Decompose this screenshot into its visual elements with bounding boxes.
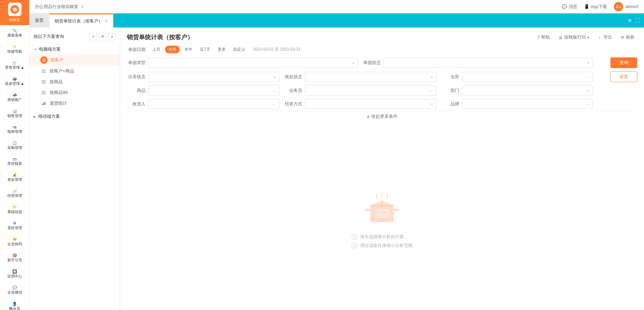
svg-rect-12 bbox=[43, 103, 44, 105]
warehouse-input[interactable]: ··· bbox=[462, 72, 593, 82]
shortcut-last-month[interactable]: 上月 bbox=[150, 46, 163, 53]
sidebar-item-operations[interactable]: 📈 经营管理 bbox=[0, 186, 29, 202]
message-label: 消息 bbox=[569, 4, 577, 10]
user-area[interactable]: Ea demo2 bbox=[614, 2, 639, 11]
payment-method-field: 结算方式 ▾ bbox=[283, 99, 436, 109]
sidebar-item-label: 销售管理 bbox=[7, 113, 22, 118]
query-button[interactable]: 查询 bbox=[610, 57, 637, 68]
out-status-select[interactable]: ▾ bbox=[148, 72, 279, 82]
department-select[interactable]: ▾ bbox=[462, 86, 593, 96]
sidebar-item-procurement[interactable]: 📋 采购管理 bbox=[0, 138, 29, 154]
sidebar-item-inventory[interactable]: 🗃 库存核算 bbox=[0, 154, 29, 169]
scheme-by-goods[interactable]: 按商品 bbox=[30, 76, 120, 87]
user-initials: Ea bbox=[616, 4, 621, 9]
export-button[interactable]: → 导出 bbox=[595, 33, 615, 42]
refresh-scheme-button[interactable]: ⟳ bbox=[99, 33, 106, 40]
filter-date-row: 单据日期 上月 本月 本年 近7天 更多 自定义 2023-03-01 至 20… bbox=[127, 46, 637, 53]
help-label: 帮助 bbox=[541, 34, 550, 40]
scheme-icon bbox=[40, 100, 47, 107]
procurement-icon: 📋 bbox=[12, 141, 17, 145]
sidebar-item-enterprise[interactable]: 🤝 企业协同 bbox=[0, 234, 29, 250]
group-label: 电脑端方案 bbox=[39, 46, 61, 52]
doc-status-select[interactable]: ▾ bbox=[383, 58, 593, 68]
sidebar-item-members[interactable]: 👤 畅会员 bbox=[0, 298, 29, 310]
goods-input[interactable]: ··· bbox=[148, 86, 279, 96]
doc-type-field: 单据类型 ▾ bbox=[127, 58, 358, 68]
sidebar-item-base-info[interactable]: 📁 基础信息 bbox=[0, 202, 29, 218]
filter-row-2: 出库状态 ▾ 收款状态 ▾ 仓库 bbox=[127, 71, 637, 82]
payment-method-select[interactable]: ▾ bbox=[305, 99, 436, 109]
sidebar-item-label: 搜索菜单 bbox=[7, 33, 22, 38]
print-icon: 🖨 bbox=[558, 35, 563, 40]
template-print-button[interactable]: 🖨 按模板打印 ▾ bbox=[556, 33, 592, 42]
app-title-area[interactable]: 办公用品行业模拟账套 ▾ bbox=[35, 4, 84, 10]
hint-num-2: 2 bbox=[352, 243, 358, 249]
help-icon: ? bbox=[537, 35, 540, 40]
brand-input[interactable]: ··· bbox=[462, 99, 593, 109]
sidebar-item-finance[interactable]: 💰 资金管理 bbox=[0, 169, 29, 186]
sidebar-item-quick-nav[interactable]: ⚡ 快捷导航 bbox=[0, 41, 29, 57]
filter-row-1: 单据类型 ▾ 单据状态 ▾ 查询 bbox=[127, 57, 637, 68]
mobile-schemes-group: ▶ 移动端方案 bbox=[30, 110, 120, 123]
tab-sales-stats[interactable]: 销货单统计表（按客户） ✕ bbox=[49, 13, 113, 28]
sidebar-item-search[interactable]: 🔍 搜索菜单 bbox=[0, 25, 29, 41]
goods-field: 商品 ··· bbox=[127, 86, 279, 96]
add-scheme-button[interactable]: + bbox=[90, 33, 97, 40]
message-action[interactable]: 💬 消息 bbox=[562, 4, 577, 10]
scheme-return-stats[interactable]: 退货统计 bbox=[30, 98, 120, 109]
desktop-schemes-group: ▼ 电脑端方案 按 按客户 按客户+商品 bbox=[30, 43, 120, 110]
sidebar-item-app-center[interactable]: 🔲 应用中心 bbox=[0, 266, 29, 282]
scheme-by-customer[interactable]: 按 按客户 bbox=[30, 54, 120, 66]
doc-type-select[interactable]: ▾ bbox=[148, 58, 358, 68]
sidebar-item-new-guide[interactable]: 🎯 新手引导 bbox=[0, 250, 29, 266]
top-header: 办公用品行业模拟账套 ▾ 💬 消息 📱 App下载 Ea demo2 bbox=[30, 0, 644, 13]
refresh-button[interactable]: ⟳ 刷新 bbox=[618, 33, 637, 42]
app-download-label: App下载 bbox=[591, 4, 607, 10]
close-window-icon[interactable]: ✕ bbox=[628, 17, 632, 24]
close-icon[interactable]: ✕ bbox=[105, 19, 108, 23]
collapse-panel-button[interactable]: « bbox=[108, 33, 116, 40]
app-title: 办公用品行业模拟账套 bbox=[35, 4, 78, 10]
sidebar-item-retail[interactable]: 🛒 零售管理 ▲ bbox=[0, 57, 29, 73]
sidebar-item-label: 新手引导 bbox=[7, 258, 22, 263]
user-name: demo2 bbox=[625, 4, 639, 9]
salesperson-input[interactable]: ··· bbox=[305, 86, 436, 96]
empty-hint-1: 1 请先选择要分析的方案 bbox=[352, 234, 413, 240]
collapse-filters-button[interactable]: ∧ 收起更多条件 bbox=[127, 111, 637, 121]
scheme-by-customer-goods[interactable]: 按客户+商品 bbox=[30, 66, 120, 76]
app-logo[interactable]: 畅 标账页 bbox=[0, 0, 29, 25]
payment-status-field: 收款状态 ▾ bbox=[283, 72, 436, 82]
svg-rect-3 bbox=[42, 71, 46, 71]
shortcut-this-year[interactable]: 本年 bbox=[182, 46, 195, 53]
settings-button[interactable]: 设置 bbox=[610, 71, 637, 82]
sidebar-item-wholesale[interactable]: 📦 批发管理 ▲ bbox=[0, 73, 29, 90]
shortcut-custom[interactable]: 自定义 bbox=[230, 46, 248, 53]
sidebar-item-enterprise-wechat[interactable]: 💬 企业微信 bbox=[0, 282, 29, 298]
sidebar-item-ecommerce[interactable]: 🛍 电商管理 bbox=[0, 122, 29, 138]
empty-hints: 1 请先选择要分析的方案 2 用过滤条件来缩小分析范围 bbox=[352, 234, 413, 249]
scheme-by-goods-99[interactable]: 按商品99 bbox=[30, 87, 120, 98]
sidebar-item-marketing[interactable]: 📣 营销推广 bbox=[0, 90, 29, 106]
system-icon: ⚙ bbox=[13, 221, 16, 225]
shortcut-last-7-days[interactable]: 近7天 bbox=[197, 46, 213, 53]
warehouse-field: 仓库 ··· bbox=[440, 72, 593, 82]
sidebar-item-system[interactable]: ⚙ 系统管理 bbox=[0, 218, 29, 234]
maximize-window-icon[interactable]: ⛶ bbox=[635, 18, 640, 23]
finance-icon: 💰 bbox=[12, 173, 17, 177]
shortcut-more[interactable]: 更多 bbox=[215, 46, 228, 53]
mobile-schemes-title[interactable]: ▶ 移动端方案 bbox=[30, 111, 120, 121]
sidebar-item-label: 企业协同 bbox=[7, 242, 22, 247]
recipient-input[interactable]: ··· bbox=[148, 99, 279, 109]
svg-rect-9 bbox=[42, 92, 46, 93]
sidebar-item-label: 经营管理 bbox=[7, 193, 22, 198]
sidebar-item-label: 基础信息 bbox=[7, 209, 22, 214]
svg-rect-23 bbox=[365, 209, 370, 211]
desktop-schemes-title[interactable]: ▼ 电脑端方案 bbox=[30, 44, 120, 54]
payment-status-select[interactable]: ▾ bbox=[305, 72, 436, 82]
sidebar-item-sales-mgmt[interactable]: 📊 销售管理 bbox=[0, 106, 29, 122]
tab-home[interactable]: 首页 bbox=[30, 13, 49, 28]
scheme-icon bbox=[40, 79, 47, 85]
app-download-action[interactable]: 📱 App下载 bbox=[584, 4, 607, 10]
help-button[interactable]: ? 帮助 bbox=[535, 33, 552, 42]
shortcut-this-month[interactable]: 本月 bbox=[165, 46, 180, 53]
